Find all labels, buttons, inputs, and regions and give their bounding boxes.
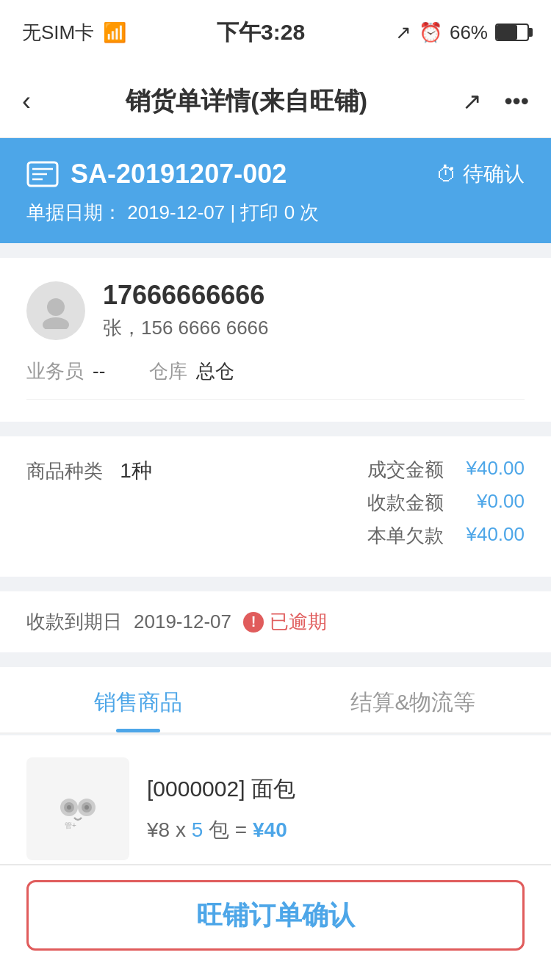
overdue-badge: ! 已逾期: [243, 609, 327, 635]
status-time: 下午3:28: [217, 18, 305, 48]
customer-meta: 业务员 -- 仓库 总仓: [26, 359, 525, 384]
order-header: SA-20191207-002 ⏱ 待确认 单据日期： 2019-12-07 |…: [0, 138, 551, 243]
print-info: | 打印 0 次: [230, 201, 319, 223]
card-divider: [26, 399, 525, 400]
order-status: ⏱ 待确认: [436, 160, 525, 188]
sales-meta: 业务员 --: [26, 359, 105, 384]
carrier-label: 无SIM卡: [22, 20, 94, 46]
product-price-row: ¥8 x 5 包 = ¥40: [147, 816, 525, 844]
tab-sales-products[interactable]: 销售商品: [0, 667, 276, 732]
svg-point-11: [84, 805, 89, 810]
equals-sign: =: [235, 818, 253, 841]
nav-actions: ↗ •••: [462, 87, 529, 115]
summary-section: 商品种类 1种 成交金额 ¥40.00 收款金额 ¥0.00 本单欠款 ¥40.…: [0, 436, 551, 577]
order-icon: [26, 161, 59, 187]
svg-point-10: [67, 805, 71, 810]
status-right: ↗ ⏰ 66%: [395, 21, 529, 44]
amount-label: 成交金额: [367, 457, 444, 483]
product-image: 管+: [26, 757, 129, 860]
owed-value: ¥40.00: [466, 523, 525, 549]
tabs-bar: 销售商品 结算&物流等: [0, 667, 551, 734]
product-total: ¥40: [253, 818, 287, 841]
warehouse-meta: 仓库 总仓: [149, 359, 234, 384]
price-label: ¥8 x: [147, 818, 192, 841]
received-value: ¥0.00: [477, 490, 525, 516]
status-clock-icon: ⏱: [436, 162, 457, 187]
share-button[interactable]: ↗: [462, 87, 482, 115]
wifi-icon: 📶: [103, 21, 126, 44]
sales-label: 业务员: [26, 359, 84, 384]
status-left: 无SIM卡 📶: [22, 20, 126, 46]
customer-phone: 17666666666: [103, 280, 269, 311]
svg-point-5: [43, 317, 69, 329]
due-label: 收款到期日: [26, 609, 122, 635]
amount-row: 成交金额 ¥40.00: [367, 457, 525, 483]
confirm-order-button[interactable]: 旺铺订单确认: [26, 880, 525, 951]
warehouse-value: 总仓: [196, 359, 234, 384]
location-icon: ↗: [395, 21, 411, 44]
summary-right: 成交金额 ¥40.00 收款金额 ¥0.00 本单欠款 ¥40.00: [367, 457, 525, 556]
product-code: [0000002]: [147, 777, 245, 801]
product-section: 管+ [0000002] 面包 ¥8 x 5 包 = ¥40: [0, 735, 551, 882]
more-button[interactable]: •••: [504, 87, 529, 115]
product-info: [0000002] 面包 ¥8 x 5 包 = ¥40: [147, 774, 525, 844]
owed-row: 本单欠款 ¥40.00: [367, 523, 525, 549]
svg-text:管+: 管+: [65, 821, 76, 829]
customer-card: 17666666666 张，156 6666 6666 业务员 -- 仓库 总仓: [0, 258, 551, 422]
date-label: 单据日期：: [26, 201, 122, 223]
product-item: 管+ [0000002] 面包 ¥8 x 5 包 = ¥40: [26, 757, 525, 860]
sales-value: --: [93, 360, 105, 383]
product-qty: 5: [192, 818, 204, 841]
nav-bar: ‹ 销货单详情(来自旺铺) ↗ •••: [0, 65, 551, 138]
status-bar: 无SIM卡 📶 下午3:28 ↗ ⏰ 66%: [0, 0, 551, 65]
overdue-icon: !: [243, 612, 264, 633]
product-name: [0000002] 面包: [147, 774, 525, 804]
received-label: 收款金额: [367, 490, 444, 516]
battery-icon: [495, 24, 529, 41]
type-label: 商品种类: [26, 460, 103, 482]
bottom-bar: 旺铺订单确认: [0, 864, 551, 980]
battery-label: 66%: [450, 21, 488, 44]
customer-info: 17666666666 张，156 6666 6666: [103, 280, 269, 341]
overdue-text: 已逾期: [270, 609, 327, 635]
type-value: 1种: [120, 459, 152, 482]
svg-point-4: [47, 298, 65, 316]
order-id: SA-20191207-002: [26, 159, 287, 190]
order-id-row: SA-20191207-002 ⏱ 待确认: [26, 159, 525, 190]
owed-label: 本单欠款: [367, 523, 444, 549]
order-number: SA-20191207-002: [71, 159, 287, 190]
tab-settlement[interactable]: 结算&物流等: [276, 667, 551, 732]
product-unit: 包: [209, 818, 229, 841]
product-title: 面包: [251, 777, 295, 801]
warehouse-label: 仓库: [149, 359, 187, 384]
page-title: 销货单详情(来自旺铺): [126, 84, 367, 118]
avatar: [26, 281, 85, 340]
received-row: 收款金额 ¥0.00: [367, 490, 525, 516]
back-button[interactable]: ‹: [22, 86, 31, 117]
due-date: 2019-12-07: [134, 610, 231, 633]
due-section: 收款到期日 2019-12-07 ! 已逾期: [0, 591, 551, 652]
amount-value: ¥40.00: [466, 457, 525, 483]
status-text: 待确认: [463, 160, 525, 188]
order-date: 2019-12-07: [127, 201, 225, 223]
customer-name: 张，156 6666 6666: [103, 315, 269, 341]
customer-row: 17666666666 张，156 6666 6666: [26, 280, 525, 341]
summary-left: 商品种类 1种: [26, 457, 152, 485]
alarm-icon: ⏰: [419, 21, 442, 44]
order-date-row: 单据日期： 2019-12-07 | 打印 0 次: [26, 200, 525, 226]
